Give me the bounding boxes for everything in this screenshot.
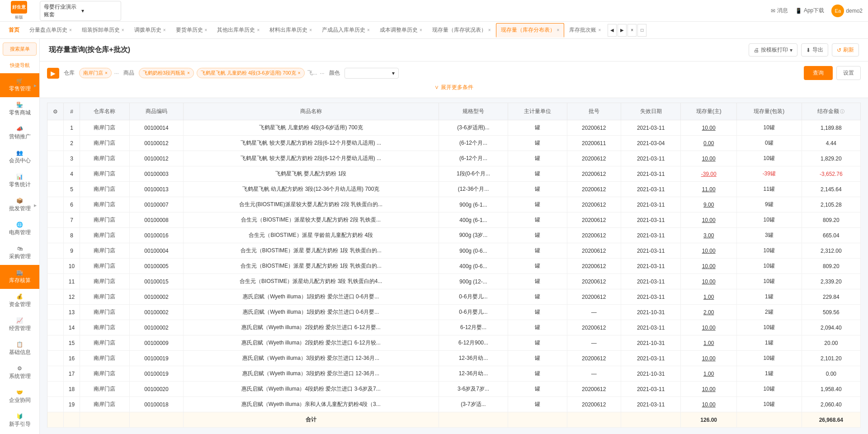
- product-tag-2-remove[interactable]: ×: [298, 71, 301, 75]
- app-download-btn[interactable]: 📱 App下载: [795, 7, 824, 14]
- expand-more-conditions[interactable]: ∨ 展开更多条件: [47, 82, 861, 93]
- tab-chengben[interactable]: 成本调整单历史 ×: [375, 23, 427, 38]
- tab-diaobao-close[interactable]: ×: [163, 28, 166, 33]
- tab-scroll-right[interactable]: ▶: [618, 24, 627, 37]
- tab-xianzailiang1[interactable]: 现存量（库存状况表） ×: [427, 23, 496, 38]
- cell-name-9: 合生元（BIOSTIME）派星 婴儿配方奶粉 1段 乳铁蛋白的...: [184, 259, 439, 274]
- color-dropdown-icon: ▾: [392, 70, 395, 76]
- cell-qty-main-0: 10.00: [681, 120, 736, 136]
- tab-xianzailiang1-close[interactable]: ×: [488, 28, 491, 33]
- sidebar-item-finance[interactable]: 💰 资金管理: [0, 289, 39, 313]
- tab-maximize[interactable]: □: [637, 24, 646, 37]
- cell-qty-pkg-8: 10罐: [736, 243, 802, 259]
- cell-amount-13: 2,094.40: [802, 320, 860, 335]
- corp-icon: 🤝: [16, 389, 23, 396]
- cell-num-5: 6: [64, 197, 80, 212]
- cell-unit-0: 罐: [508, 120, 567, 136]
- gear-icon[interactable]: ⚙: [53, 108, 58, 115]
- tab-scroll-left[interactable]: ◀: [608, 24, 617, 37]
- user-profile[interactable]: Ea demo2: [831, 5, 863, 17]
- cell-warehouse-4: 南岸门店: [80, 182, 130, 197]
- cell-unit-11: 罐: [508, 289, 567, 305]
- sidebar-item-inventory[interactable]: 🏬 库存核算: [0, 265, 39, 289]
- warehouse-tag-remove[interactable]: ×: [105, 71, 108, 75]
- sidebar-item-purchase[interactable]: 🛍 采购管理: [0, 241, 39, 265]
- tab-xianzailiang2[interactable]: 现存量（库存分布表） ×: [496, 23, 565, 38]
- cell-num-3: 4: [64, 166, 80, 182]
- sidebar-item-system[interactable]: ⚙ 系统管理: [0, 361, 39, 385]
- tab-chengben-close[interactable]: ×: [420, 28, 422, 33]
- table-row: 8 南岸门店 00100016 合生元（BIOSTIME）派星 学龄前儿童配方奶…: [47, 228, 861, 243]
- tab-zuchai-close[interactable]: ×: [122, 28, 124, 33]
- cell-spec-17: 3-6岁及7岁...: [439, 382, 508, 397]
- sidebar-item-ecommerce[interactable]: 🌐 电商管理: [0, 217, 39, 241]
- sidebar-item-marketing[interactable]: 📣 营销推广: [0, 121, 39, 145]
- tab-cailiao-close[interactable]: ×: [309, 28, 312, 33]
- product-filter-more2[interactable]: ···: [320, 70, 325, 76]
- sidebar-item-retail-shop[interactable]: 🏪 零售商城: [0, 97, 39, 121]
- cell-qty-pkg-6: 10罐: [736, 212, 802, 228]
- cell-gear-9: [47, 259, 64, 274]
- sidebar-item-corp[interactable]: 🤝 企业协同: [0, 385, 39, 409]
- settings-btn[interactable]: 设置: [836, 66, 861, 80]
- cell-amount-0: 1,189.88: [802, 120, 860, 136]
- table-row: 5 南岸门店 00100013 飞鹤星飞帆 幼儿配方奶粉 3段(12-36个月幼…: [47, 182, 861, 197]
- total-amount: 26,968.64: [802, 412, 860, 428]
- filter-expand-arrow[interactable]: ▶: [47, 68, 59, 79]
- sidebar-item-newguide[interactable]: 🔰 新手引导: [0, 409, 39, 433]
- tab-yaohuo[interactable]: 要货单历史 ×: [171, 23, 212, 38]
- filter-row-1: ▶ 仓库 南岸门店 × ··· 商品 飞鹤奶粉3段丙瓶装 ×: [47, 66, 861, 80]
- tab-cailiao-label: 材料出库单历史: [269, 26, 307, 34]
- cell-amount-11: 229.84: [802, 289, 860, 305]
- product-tag-1[interactable]: 飞鹤奶粉3段丙瓶装 ×: [139, 68, 194, 78]
- tab-fenpan[interactable]: 分量盘点单历史 ×: [24, 23, 77, 38]
- message-btn[interactable]: ✉ 消息: [771, 7, 788, 14]
- sidebar-item-wholesale[interactable]: 📦 批发管理: [0, 193, 39, 217]
- tab-pipi-close[interactable]: ×: [598, 28, 601, 33]
- org-selector[interactable]: 母婴行业演示账套 ▾: [40, 1, 121, 21]
- sidebar-item-newguide-label: 新手引导: [9, 420, 31, 428]
- tab-zuchai[interactable]: 组装拆卸单历史 ×: [77, 23, 129, 38]
- refresh-btn[interactable]: ↺ 刷新: [832, 43, 859, 57]
- cell-num-4: 5: [64, 182, 80, 197]
- cell-amount-16: 0.00: [802, 366, 860, 382]
- warehouse-tag-nanao[interactable]: 南岸门店 ×: [79, 68, 112, 78]
- cell-code-14: 00100009: [129, 335, 183, 351]
- tab-xianzailiang2-close[interactable]: ×: [557, 28, 560, 33]
- tab-pipi[interactable]: 库存批次账 ×: [564, 23, 606, 38]
- tab-yaohuo-close[interactable]: ×: [205, 28, 208, 33]
- color-dropdown[interactable]: ▾: [344, 68, 399, 79]
- product-tag-1-remove[interactable]: ×: [187, 71, 190, 75]
- tab-close-all[interactable]: ×: [627, 24, 637, 37]
- tab-chanjin-close[interactable]: ×: [367, 28, 370, 33]
- quick-nav-btn[interactable]: 快捷导航: [0, 59, 39, 71]
- sidebar-item-retail-stats[interactable]: 📊 零售统计: [0, 169, 39, 193]
- th-code: 商品编码: [129, 103, 183, 120]
- sidebar-item-base[interactable]: 📋 基础信息: [0, 337, 39, 361]
- sidebar-item-base-label: 基础信息: [9, 349, 31, 356]
- warehouse-filter-more[interactable]: ···: [114, 70, 119, 76]
- sidebar-item-operations[interactable]: 📈 经营管理: [0, 313, 39, 337]
- template-print-btn[interactable]: 🖨 按模板打印 ▾: [749, 43, 797, 57]
- cell-spec-3: 1段(0-6个月...: [439, 166, 508, 182]
- cell-unit-16: 罐: [508, 366, 567, 382]
- product-tag-2[interactable]: 飞鹤星飞帆 儿童奶粉 4段(3-6岁适用) 700克 ×: [197, 68, 305, 78]
- sidebar-item-retail-mgmt[interactable]: 🛒 零售管理: [0, 73, 39, 97]
- amount-hint-icon[interactable]: ⓘ: [840, 109, 844, 114]
- export-btn[interactable]: ⬇ 导出: [801, 43, 828, 57]
- tab-cailiao[interactable]: 材料出库单历史 ×: [264, 23, 317, 38]
- cell-qty-pkg-3: -39罐: [736, 166, 802, 182]
- tab-diaobao[interactable]: 调拨单历史 ×: [129, 23, 171, 38]
- tab-home[interactable]: 首页: [4, 23, 24, 38]
- tab-qtchuku[interactable]: 其他出库单历史 ×: [212, 23, 264, 38]
- tab-qtchuku-close[interactable]: ×: [257, 28, 259, 33]
- tab-chanjin[interactable]: 产成品入库单历史 ×: [317, 23, 375, 38]
- tab-fenpan-close[interactable]: ×: [69, 28, 72, 33]
- cell-batch-5: 20200612: [567, 197, 621, 212]
- cell-batch-9: 20200612: [567, 259, 621, 274]
- cell-qty-pkg-11: 1罐: [736, 289, 802, 305]
- product-filter-more[interactable]: 飞...: [307, 69, 317, 77]
- search-menu-btn[interactable]: 搜索菜单: [3, 42, 37, 56]
- sidebar-item-member[interactable]: 👥 会员中心: [0, 145, 39, 169]
- search-btn[interactable]: 查询: [804, 66, 833, 80]
